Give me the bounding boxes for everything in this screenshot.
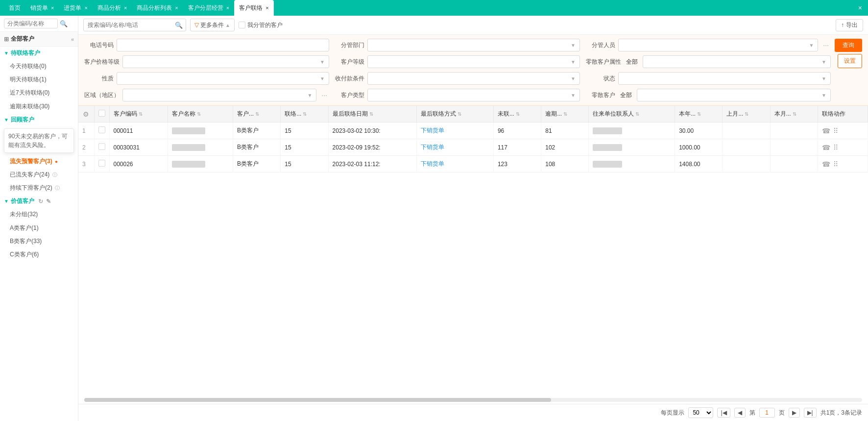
manager-more-icon[interactable]: ··· — [821, 41, 831, 49]
sidebar-item-ungroup[interactable]: 未分组(32) — [0, 208, 78, 221]
td-last-method-1[interactable]: 下销货单 — [417, 139, 494, 156]
horizontal-scrollbar[interactable] — [84, 398, 862, 402]
sidebar-item-7days[interactable]: 近7天待联络(0) — [0, 86, 78, 99]
per-page-select[interactable]: 50 100 — [688, 407, 713, 418]
customer-grade-select[interactable]: ▼ — [367, 55, 580, 68]
tab-customer-contact-close[interactable]: × — [265, 5, 268, 11]
tab-customer-tier-close[interactable]: × — [226, 5, 229, 11]
tab-purchase-close[interactable]: × — [84, 5, 87, 11]
retail-select[interactable]: ▼ — [637, 89, 831, 101]
tab-product-analysis-close[interactable]: × — [124, 5, 127, 11]
my-customers-checkbox-box[interactable] — [239, 22, 245, 28]
sort-contact-icon[interactable]: ⇅ — [303, 111, 307, 117]
td-checkbox-2[interactable] — [94, 156, 109, 173]
tab-product-analysis[interactable]: 商品分析 × — [93, 0, 132, 16]
action-more-icon-0[interactable]: ⠿ — [833, 127, 838, 135]
zero-attr-select[interactable]: ▼ — [643, 55, 831, 68]
customer-type-select[interactable]: ▼ — [367, 89, 580, 101]
sort-not-contacted-icon[interactable]: ⇅ — [516, 111, 520, 117]
tab-customer-contact[interactable]: 客户联络 × — [234, 0, 273, 16]
settings-button[interactable]: 设置 — [838, 54, 862, 68]
th-actions-label: 联络动作 — [822, 110, 845, 117]
sort-customer-type-icon[interactable]: ⇅ — [255, 111, 259, 117]
sidebar-item-declining[interactable]: 持续下滑客户(2) ⓘ — [0, 181, 78, 195]
tab-product-list-close[interactable]: × — [175, 5, 178, 11]
sort-customer-code-icon[interactable]: ⇅ — [139, 111, 143, 117]
filter-search-input[interactable] — [84, 22, 172, 28]
row-checkbox-0[interactable] — [98, 126, 105, 133]
table-gear-icon[interactable]: ⚙ — [83, 110, 89, 118]
th-customer-code: 客户编码 ⇅ — [109, 106, 168, 123]
scroll-thumb[interactable] — [84, 398, 551, 402]
sidebar-item-class-b[interactable]: B类客户(33) — [0, 235, 78, 248]
sidebar-group-pending-title[interactable]: ▼ 待联络客户 — [0, 47, 78, 60]
tab-product-list[interactable]: 商品分析列表 × — [132, 0, 183, 16]
sidebar-item-class-a[interactable]: A类客户(1) — [0, 222, 78, 235]
sidebar-search-icon[interactable]: 🔍 — [60, 20, 68, 27]
export-button[interactable]: ↑ 导出 — [836, 19, 863, 31]
tab-purchase-label: 进货单 — [64, 4, 81, 12]
filter-row-4: 区域（地区） ▼ ··· 客户类型 ▼ — [84, 89, 831, 101]
prev-page-button[interactable]: ◀ — [734, 408, 746, 418]
current-page-input[interactable] — [759, 408, 775, 418]
sort-this-month-icon[interactable]: ⇅ — [793, 111, 796, 117]
sort-last-method-icon[interactable]: ⇅ — [458, 111, 461, 117]
value-refresh-icon[interactable]: ↻ — [38, 198, 43, 205]
td-checkbox-1[interactable] — [94, 139, 109, 156]
action-more-icon-2[interactable]: ⠿ — [833, 160, 838, 168]
sidebar-item-tomorrow[interactable]: 明天待联络(1) — [0, 73, 78, 86]
action-phone-icon-0[interactable]: ☎ — [822, 127, 830, 135]
payment-select[interactable]: ▼ — [367, 72, 580, 85]
select-all-checkbox[interactable] — [98, 110, 105, 117]
sort-this-year-icon[interactable]: ⇅ — [697, 111, 701, 117]
sidebar-search-input[interactable] — [4, 19, 58, 28]
td-last-method-2[interactable]: 下销货单 — [417, 156, 494, 173]
tab-customer-tier[interactable]: 客户分层经营 × — [183, 0, 234, 16]
status-select[interactable]: ▼ — [618, 72, 831, 85]
my-customers-checkbox[interactable]: 我分管的客户 — [239, 21, 283, 29]
sidebar-group-value-title[interactable]: ▼ 价值客户 ↻ ✎ — [0, 195, 78, 208]
tab-home[interactable]: 首页 — [4, 0, 25, 16]
window-close-button[interactable]: × — [852, 0, 868, 16]
query-button[interactable]: 查询 — [835, 39, 862, 52]
tab-sales[interactable]: 销货单 × — [25, 0, 59, 16]
td-code-0: 000011 — [109, 123, 168, 139]
region-more-icon[interactable]: ··· — [319, 91, 329, 99]
more-conditions-button[interactable]: ▽ 更多条件 ▲ — [190, 19, 235, 31]
filter-search-button[interactable]: 🔍 — [172, 22, 186, 29]
sidebar-collapse-icon[interactable]: « — [71, 36, 74, 42]
dept-select[interactable]: ▼ — [367, 39, 580, 51]
tab-purchase[interactable]: 进货单 × — [59, 0, 92, 16]
main-layout: 🔍 ⊞ 全部客户 « ▼ 待联络客户 今天待联络(0) 明天待联络(1) 近7天… — [0, 16, 868, 421]
action-more-icon-1[interactable]: ⠿ — [833, 144, 838, 151]
action-phone-icon-2[interactable]: ☎ — [822, 160, 830, 168]
sidebar-item-churn-warning[interactable]: 流失预警客户(3) ● — [0, 155, 78, 168]
sidebar-item-churned[interactable]: 已流失客户(24) ⓘ — [0, 168, 78, 181]
td-last-method-0[interactable]: 下销货单 — [417, 123, 494, 139]
price-grade-select[interactable]: ▼ — [122, 55, 329, 68]
value-edit-icon[interactable]: ✎ — [46, 198, 51, 205]
sidebar-item-today[interactable]: 今天待联络(0) — [0, 60, 78, 73]
row-checkbox-2[interactable] — [98, 160, 105, 167]
next-page-button[interactable]: ▶ — [789, 408, 800, 418]
action-phone-icon-1[interactable]: ☎ — [822, 144, 830, 151]
tab-sales-close[interactable]: × — [51, 5, 54, 11]
sort-customer-name-icon[interactable]: ⇅ — [197, 111, 201, 117]
all-customers-row[interactable]: ⊞ 全部客户 « — [0, 32, 78, 47]
sort-last-month-icon[interactable]: ⇅ — [745, 111, 748, 117]
row-checkbox-1[interactable] — [98, 143, 105, 150]
last-page-button[interactable]: ▶| — [804, 408, 817, 418]
manager-select[interactable]: ▼ — [618, 39, 818, 51]
sidebar-group-review-title[interactable]: ▼ 回顾客户 — [0, 113, 78, 126]
nature-select[interactable]: ▼ — [117, 72, 329, 85]
td-checkbox-0[interactable] — [94, 123, 109, 139]
region-select[interactable]: ▼ — [122, 89, 316, 101]
sort-unit-contact-icon[interactable]: ⇅ — [635, 111, 639, 117]
sort-last-date-icon[interactable]: ⇅ — [369, 111, 373, 117]
th-this-year-label: 本年... — [679, 110, 696, 118]
sidebar-item-overdue[interactable]: 逾期未联络(30) — [0, 100, 78, 113]
first-page-button[interactable]: |◀ — [717, 408, 730, 418]
sort-overdue-icon[interactable]: ⇅ — [563, 111, 567, 117]
phone-input[interactable] — [117, 39, 329, 51]
sidebar-item-class-c[interactable]: C类客户(6) — [0, 248, 78, 261]
